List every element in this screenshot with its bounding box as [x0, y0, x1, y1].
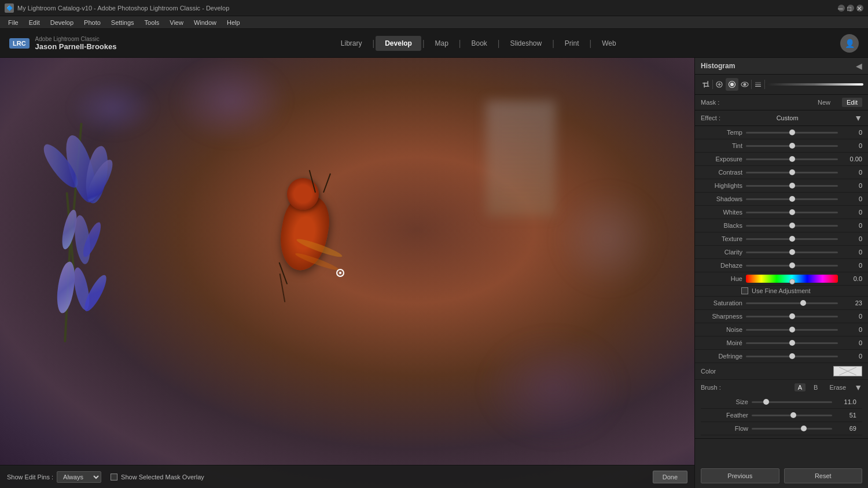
tint-track[interactable] [746, 145, 838, 147]
texture-thumb[interactable] [789, 236, 795, 242]
exposure-track[interactable] [746, 158, 838, 160]
shadows-slider[interactable] [746, 194, 838, 204]
menu-item-photo[interactable]: Photo [79, 18, 105, 27]
shadows-thumb[interactable] [789, 196, 795, 202]
close-button[interactable]: ✕ [856, 5, 863, 12]
brush-flow-thumb[interactable] [801, 426, 807, 431]
blacks-thumb[interactable] [789, 223, 795, 228]
defringe-thumb[interactable] [789, 353, 795, 359]
menu-item-view[interactable]: View [165, 18, 188, 27]
whites-thumb[interactable] [789, 209, 795, 215]
brush-option-erase[interactable]: Erase [826, 383, 849, 391]
blacks-slider[interactable] [746, 221, 838, 230]
brush-dropdown-arrow[interactable]: ▼ [854, 383, 862, 392]
mask-edit-button[interactable]: Edit [842, 98, 862, 107]
contrast-track[interactable] [746, 172, 838, 173]
titlebar-controls[interactable]: ─ □ ✕ [838, 5, 863, 12]
whites-slider[interactable] [746, 208, 838, 217]
nav-tab-print[interactable]: Print [556, 36, 589, 51]
temp-thumb[interactable] [789, 130, 795, 135]
photo-area[interactable]: Show Edit Pins : Always Never Auto Selec… [0, 58, 694, 488]
exposure-thumb[interactable] [789, 156, 795, 162]
menu-item-help[interactable]: Help [222, 18, 245, 27]
tint-slider[interactable] [746, 141, 838, 150]
menu-item-file[interactable]: File [3, 18, 23, 27]
nav-tab-slideshow[interactable]: Slideshow [501, 36, 551, 51]
blacks-track[interactable] [746, 225, 838, 227]
brush-feather-track[interactable] [752, 415, 832, 416]
defringe-track[interactable] [746, 356, 838, 357]
noise-track[interactable] [746, 329, 838, 331]
noise-thumb[interactable] [789, 327, 795, 332]
menu-item-window[interactable]: Window [189, 18, 221, 27]
fine-adjustment-checkbox[interactable] [741, 287, 748, 294]
mask-overlay-checkbox[interactable] [111, 474, 117, 480]
dehaze-thumb[interactable] [789, 263, 795, 268]
nav-tab-map[interactable]: Map [426, 36, 458, 51]
shadows-track[interactable] [746, 198, 838, 200]
texture-track[interactable] [746, 238, 838, 240]
menu-item-develop[interactable]: Develop [46, 18, 78, 27]
nav-tab-library[interactable]: Library [332, 36, 372, 51]
histogram-collapse-arrow[interactable]: ◀ [856, 61, 862, 71]
clarity-slider[interactable] [746, 247, 838, 257]
done-button[interactable]: Done [653, 471, 687, 483]
nav-tab-develop[interactable]: Develop [376, 36, 421, 51]
brush-option-b[interactable]: B [810, 383, 821, 391]
red-eye-tool-icon[interactable] [738, 78, 751, 91]
texture-slider[interactable] [746, 234, 838, 243]
mask-pin[interactable] [336, 269, 344, 277]
brush-size-track[interactable] [752, 401, 832, 403]
contrast-thumb[interactable] [789, 169, 795, 175]
nav-tab-book[interactable]: Book [462, 36, 496, 51]
crop-tool-icon[interactable] [700, 78, 712, 91]
moire-thumb[interactable] [789, 340, 795, 346]
nav-tab-web[interactable]: Web [593, 36, 625, 51]
menu-item-tools[interactable]: Tools [140, 18, 164, 27]
brush-feather-slider[interactable] [752, 411, 832, 420]
highlights-track[interactable] [746, 185, 838, 187]
saturation-track[interactable] [746, 302, 838, 304]
mask-new-button[interactable]: New [813, 98, 835, 107]
menu-item-edit[interactable]: Edit [24, 18, 45, 27]
defringe-slider[interactable] [746, 352, 838, 361]
whites-track[interactable] [746, 212, 838, 213]
contrast-slider[interactable] [746, 168, 838, 177]
edit-pins-dropdown[interactable]: Always Never Auto Selected [57, 471, 101, 483]
hue-thumb[interactable] [789, 279, 795, 284]
sharpness-track[interactable] [746, 316, 838, 317]
clarity-thumb[interactable] [789, 249, 795, 255]
dehaze-track[interactable] [746, 265, 838, 267]
graduated-filter-icon[interactable] [752, 78, 764, 91]
noise-slider[interactable] [746, 325, 838, 334]
healing-tool-icon[interactable] [713, 78, 726, 91]
highlights-thumb[interactable] [789, 183, 795, 188]
masking-tool-icon[interactable] [726, 78, 738, 91]
moire-slider[interactable] [746, 338, 838, 347]
saturation-slider[interactable] [746, 298, 838, 308]
temp-slider[interactable] [746, 128, 838, 137]
moire-track[interactable] [746, 342, 838, 344]
effect-arrow-icon[interactable]: ▼ [854, 113, 862, 123]
highlights-slider[interactable] [746, 181, 838, 190]
previous-button[interactable]: Previous [701, 468, 779, 483]
sharpness-slider[interactable] [746, 312, 838, 321]
color-swatch[interactable] [833, 366, 862, 376]
tone-curve-bar[interactable] [765, 83, 863, 86]
sharpness-thumb[interactable] [789, 313, 795, 319]
brush-flow-slider[interactable] [752, 424, 832, 433]
dehaze-slider[interactable] [746, 261, 838, 270]
minimize-button[interactable]: ─ [838, 5, 845, 12]
brush-option-a[interactable]: A [795, 383, 806, 391]
brush-flow-track[interactable] [752, 428, 832, 430]
tint-thumb[interactable] [789, 143, 795, 149]
brush-size-slider[interactable] [752, 397, 832, 406]
clarity-track[interactable] [746, 252, 838, 253]
reset-button[interactable]: Reset [784, 468, 863, 483]
saturation-thumb[interactable] [800, 300, 806, 306]
effect-value-dropdown[interactable]: Custom [777, 114, 799, 121]
maximize-button[interactable]: □ [847, 5, 854, 12]
temp-track[interactable] [746, 132, 838, 134]
menu-item-settings[interactable]: Settings [106, 18, 139, 27]
brush-size-thumb[interactable] [763, 399, 769, 405]
